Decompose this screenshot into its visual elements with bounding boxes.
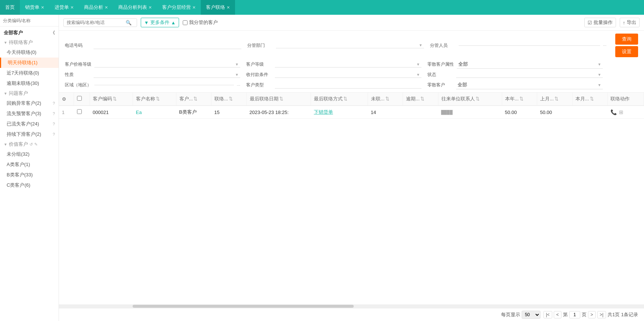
filter-cell-manager: 分管人员 ··· <box>430 42 612 49</box>
scrollbar-area[interactable] <box>59 304 644 308</box>
sidebar-item-today-pending[interactable]: 今天待联络(0) <box>0 47 59 58</box>
sort-icon-code[interactable]: ⇅ <box>113 96 117 101</box>
filter-select-customer-grade[interactable]: ▼ <box>275 62 421 68</box>
nav-customer-stratify[interactable]: 客户分层经营 ✕ <box>157 0 201 15</box>
page-num-input[interactable] <box>569 311 580 318</box>
scrollbar-thumb[interactable] <box>133 305 354 308</box>
sidebar-search-input[interactable] <box>3 18 58 23</box>
th-code: 客户编码⇅ <box>90 93 133 106</box>
filter-select-retail-customer[interactable]: 全部 ▼ <box>456 81 603 89</box>
sort-icon-uncontacted[interactable]: ⇅ <box>385 96 389 101</box>
nav-close-sales[interactable]: ✕ <box>41 5 44 10</box>
my-customers-checkbox-wrap[interactable]: 我分管的客户 <box>183 19 218 26</box>
last-method-link[interactable]: 下销货单 <box>314 109 333 115</box>
value-edit-icon[interactable]: ✎ <box>34 142 38 147</box>
filter-select-dept[interactable]: ▼ <box>276 42 424 48</box>
query-btn[interactable]: 查询 <box>615 34 638 45</box>
sort-icon-last-month[interactable]: ⇅ <box>554 96 559 101</box>
action-phone-icon[interactable]: 📞 <box>610 109 617 115</box>
sidebar-collapse-icon[interactable]: 《 <box>50 30 55 36</box>
settings-icon[interactable]: ⚙ <box>62 96 66 102</box>
next-page-btn[interactable]: > <box>588 311 596 318</box>
filter-label-region: 区域（地区） <box>65 82 91 88</box>
th-category: 客户...⇅ <box>176 93 211 106</box>
nav-sales[interactable]: 销货单 ✕ <box>20 0 49 15</box>
nav-home[interactable]: 首页 <box>0 0 20 15</box>
nav-close-product-list[interactable]: ✕ <box>148 5 152 10</box>
nav-product-list[interactable]: 商品分析列表 ✕ <box>113 0 157 15</box>
hint-icon-lost: ? <box>53 122 55 126</box>
td-this-month <box>572 106 608 119</box>
filter-label-dept: 分管部门 <box>247 42 273 49</box>
settings-btn[interactable]: 设置 <box>615 46 638 57</box>
sidebar-item-unclassified[interactable]: 未分组(32) <box>0 149 59 159</box>
sidebar-item-tomorrow-pending[interactable]: 明天待联络(1) <box>0 58 59 68</box>
sort-icon-name[interactable]: ⇅ <box>156 96 160 101</box>
filter-select-payment[interactable]: ▼ <box>275 72 421 78</box>
sidebar-item-week-pending[interactable]: 近7天待联络(0) <box>0 68 59 78</box>
sidebar-item-class-c[interactable]: C类客户(6) <box>0 180 59 190</box>
filter-cell-retail-customer: 零散客户 全部 ▼ <box>427 81 609 89</box>
my-customers-checkbox[interactable] <box>183 20 188 25</box>
sidebar-item-lost[interactable]: 已流失客户(24) ? <box>0 119 59 129</box>
filter-input-customer-type[interactable] <box>275 82 421 89</box>
row-checkbox[interactable] <box>77 109 82 114</box>
filter-more-manager[interactable]: ··· <box>603 43 606 48</box>
nav-purchase[interactable]: 进货单 ✕ <box>49 0 79 15</box>
export-btn[interactable]: ↑ 导出 <box>620 18 640 27</box>
sort-icon-this-month[interactable]: ⇅ <box>590 96 594 101</box>
filter-input-phone[interactable] <box>94 42 241 49</box>
nav-close-customer-contact[interactable]: ✕ <box>227 5 230 10</box>
table-wrap: ⚙ 客户编码⇅ 客户名称⇅ 客户...⇅ 联络...⇅ 最后联络日期⇅ 最后联络… <box>59 93 644 304</box>
search-input-wrap: 🔍 <box>63 18 137 27</box>
nav-product-analysis[interactable]: 商品分析 ✕ <box>79 0 113 15</box>
filter-row-3: 性质 ▼ 收付款条件 ▼ 状态 <box>65 72 638 78</box>
filter-label-customer-grade: 客户等级 <box>246 61 272 68</box>
last-page-btn[interactable]: >| <box>597 311 606 318</box>
sidebar-item-lost-warning[interactable]: 流失预警客户(3) ? <box>0 108 59 119</box>
nav-customer-contact[interactable]: 客户联络 ✕ <box>201 0 235 15</box>
filter-select-dept-arrow: ▼ <box>419 43 423 47</box>
sort-icon-last-method[interactable]: ⇅ <box>343 96 347 101</box>
sort-icon-last-date[interactable]: ⇅ <box>279 96 283 101</box>
td-checkbox <box>74 106 90 119</box>
sidebar-item-class-a[interactable]: A类客户(1) <box>0 159 59 170</box>
search-input[interactable] <box>67 20 126 25</box>
sort-icon-this-year[interactable]: ⇅ <box>519 96 524 101</box>
sort-icon-overdue[interactable]: ⇅ <box>420 96 424 101</box>
td-contact-person: ████ <box>438 106 502 119</box>
sort-icon-category[interactable]: ⇅ <box>193 96 197 101</box>
sidebar-group-problem: 问题客户 <box>0 89 59 98</box>
filter-label-nature: 性质 <box>65 72 91 78</box>
nav-close-purchase[interactable]: ✕ <box>70 5 74 10</box>
value-refresh-icon[interactable]: ↺ <box>29 142 33 147</box>
select-all-checkbox[interactable] <box>77 96 82 101</box>
sort-icon-contact-person[interactable]: ⇅ <box>476 96 480 101</box>
prev-page-btn[interactable]: < <box>554 311 561 318</box>
sort-icon-contact-count[interactable]: ⇅ <box>229 96 233 101</box>
per-page-select[interactable]: 50 100 <box>522 311 540 319</box>
th-overdue: 逾期...⇅ <box>403 93 438 106</box>
filter-select-status[interactable]: ▼ <box>456 72 603 78</box>
filter-more-region[interactable]: ··· <box>237 83 240 87</box>
footer-nav: |< < 第 页 > >| 共1页 1条记录 <box>543 311 638 318</box>
nav-close-customer-stratify[interactable]: ✕ <box>192 5 196 10</box>
sidebar-item-declining[interactable]: 持续下滑客户(2) ? <box>0 129 59 139</box>
nav-close-product-analysis[interactable]: ✕ <box>105 5 108 10</box>
first-page-btn[interactable]: |< <box>543 311 552 318</box>
filter-more-btn[interactable]: ▼ 更多条件 ▲ <box>141 18 179 27</box>
sidebar-item-overdue-pending[interactable]: 逾期未联络(30) <box>0 78 59 89</box>
sidebar-all-customers[interactable]: 全部客户 《 <box>0 27 59 38</box>
batch-btn[interactable]: ☑ 批量操作 <box>584 18 616 27</box>
filter-cell-status: 状态 ▼ <box>427 72 609 78</box>
filter-select-status-arrow: ▼ <box>598 73 601 77</box>
filter-select-nature[interactable]: ▼ <box>94 72 240 78</box>
action-grid-icon[interactable]: ⊞ <box>619 109 623 115</box>
search-icon[interactable]: 🔍 <box>126 20 132 25</box>
sidebar-group-pending: 待联络客户 <box>0 38 59 47</box>
filter-row-2: 客户价格等级 ▼ 客户等级 ▼ 零散客户属性 全部 <box>65 60 638 69</box>
sidebar-item-class-b[interactable]: B类客户(33) <box>0 170 59 180</box>
filter-select-retail-attr[interactable]: 全部 ▼ <box>457 60 603 69</box>
sidebar-item-repurchase-abnormal[interactable]: 回购异常客户(2) ? <box>0 98 59 108</box>
filter-select-price-grade[interactable]: ▼ <box>94 62 240 68</box>
